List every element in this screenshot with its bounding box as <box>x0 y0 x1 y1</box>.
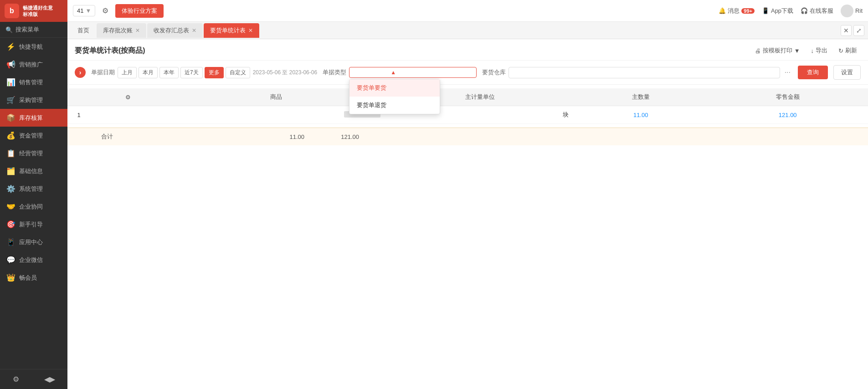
settings-button[interactable]: 设置 <box>833 65 861 80</box>
marketing-icon: 📢 <box>6 60 15 69</box>
guide-icon: 🎯 <box>6 220 15 229</box>
collapse-footer-btn[interactable]: ◀▶ <box>41 373 59 385</box>
amount-link[interactable]: 121.00 <box>779 112 797 118</box>
main-area: 41 ▼ ⚙ 体验行业方案 🔔 消息 99+ 📱 App下载 🎧 在线客服 <box>67 0 868 389</box>
topbar-left: 41 ▼ ⚙ 体验行业方案 <box>73 4 715 18</box>
dropdown-item-order[interactable]: 要货单要货 <box>349 79 440 97</box>
warehouse-more-btn[interactable]: ··· <box>783 68 792 77</box>
sidebar-item-label: 基础信息 <box>19 167 43 175</box>
sidebar-item-label: 营销推广 <box>19 61 43 69</box>
table-row: 1 块 11.00 121.00 <box>67 106 868 124</box>
close-all-tabs-btn[interactable]: ✕ <box>841 25 852 36</box>
dropdown-item-return[interactable]: 要货单退货 <box>349 97 440 114</box>
avatar <box>841 5 853 17</box>
type-dropdown: 要货单要货 要货单退货 <box>349 79 440 114</box>
home-tab-label: 首页 <box>77 26 89 35</box>
sidebar-item-label: 采购管理 <box>19 96 43 104</box>
app-download-btn[interactable]: 📱 App下载 <box>762 7 793 15</box>
warehouse-filter-label: 要货仓库 <box>482 68 506 77</box>
table-body: 1 块 11.00 121.00 <box>67 106 868 124</box>
more-btn[interactable]: 更多 <box>205 67 224 78</box>
printer-icon: 🖨 <box>755 47 761 54</box>
page-title: 要货单统计表(按商品) <box>75 46 145 56</box>
sales-icon: 📊 <box>6 78 15 87</box>
sidebar-item-guide[interactable]: 🎯 新手引导 <box>0 215 67 233</box>
col-qty: 主数量 <box>574 88 707 106</box>
warehouse-input[interactable] <box>508 67 780 78</box>
date-filter-group: 单据日期 上月 本月 本年 近7天 更多 自定义 2023-05-06 至 20… <box>91 67 317 78</box>
quick-nav-icon: ⚡ <box>6 42 15 51</box>
store-selector[interactable]: 41 ▼ <box>73 5 95 16</box>
sidebar-item-operations[interactable]: 📋 经营管理 <box>0 144 67 162</box>
sidebar-nav: ⚡ 快捷导航 📢 营销推广 📊 销售管理 🛒 采购管理 📦 库存核算 💰 资金管… <box>0 38 67 369</box>
tab-batch-account[interactable]: 库存批次账 ✕ <box>97 23 146 38</box>
export-icon: ↓ <box>811 47 814 54</box>
sidebar-item-label: 系统管理 <box>19 185 43 193</box>
type-filter-label: 单据类型 <box>323 68 346 77</box>
col-gear[interactable]: ⚙ <box>90 88 166 106</box>
sidebar-item-basic[interactable]: 🗂️ 基础信息 <box>0 162 67 180</box>
user-menu[interactable]: Rit <box>841 5 863 17</box>
col-amount: 零售金额 <box>707 88 868 106</box>
sidebar-search[interactable]: 🔍 搜索菜单 <box>0 22 67 38</box>
tab-receive-summary[interactable]: 收发存汇总表 ✕ <box>147 23 203 38</box>
refresh-btn[interactable]: ↻ 刷新 <box>835 45 861 56</box>
sidebar-item-marketing[interactable]: 📢 营销推广 <box>0 56 67 73</box>
sidebar-item-sales[interactable]: 📊 销售管理 <box>0 73 67 91</box>
this-month-btn[interactable]: 本月 <box>139 67 158 78</box>
tab-close-order[interactable]: ✕ <box>248 28 253 33</box>
app-name: 畅捷通好生意标准版 <box>23 5 53 18</box>
type-select-box[interactable]: ▲ <box>349 67 477 78</box>
last-7-days-btn[interactable]: 近7天 <box>180 67 203 78</box>
table-header-row: ⚙ 商品 主计量单位 主数量 零售金额 <box>67 88 868 106</box>
messages-btn[interactable]: 🔔 消息 99+ <box>719 7 755 15</box>
query-button[interactable]: 查询 <box>798 66 828 79</box>
sidebar-item-finance[interactable]: 💰 资金管理 <box>0 127 67 144</box>
sidebar-item-apps[interactable]: 📱 应用中心 <box>0 233 67 251</box>
sidebar-item-membership[interactable]: 👑 畅会员 <box>0 269 67 287</box>
warehouse-filter-group: 要货仓库 ··· <box>482 67 792 78</box>
inventory-icon: 📦 <box>6 113 15 122</box>
sidebar-item-label: 经营管理 <box>19 149 43 158</box>
sidebar-item-inventory[interactable]: 📦 库存核算 <box>0 109 67 127</box>
sidebar-item-label: 资金管理 <box>19 132 43 140</box>
system-icon: ⚙️ <box>6 184 15 193</box>
expand-tabs-btn[interactable]: ⤢ <box>853 25 864 36</box>
sidebar-item-wechat[interactable]: 💬 企业微信 <box>0 251 67 269</box>
trial-button[interactable]: 体验行业方案 <box>115 4 164 18</box>
page-header: 要货单统计表(按商品) 🖨 按模板打印 ▼ ↓ 导出 ↻ 刷新 <box>67 39 868 61</box>
settings-footer-btn[interactable]: ⚙ <box>9 373 23 385</box>
last-month-btn[interactable]: 上月 <box>118 67 137 78</box>
filter-expand-btn[interactable]: › <box>75 67 86 78</box>
custom-btn[interactable]: 自定义 <box>226 67 250 78</box>
tab-close-receive[interactable]: ✕ <box>192 28 196 33</box>
sidebar-item-system[interactable]: ⚙️ 系统管理 <box>0 180 67 198</box>
online-service-btn[interactable]: 🎧 在线客服 <box>801 7 833 15</box>
data-table: ⚙ 商品 主计量单位 主数量 零售金额 1 <box>67 88 868 124</box>
topbar-gear-btn[interactable]: ⚙ <box>99 5 112 17</box>
tab-home[interactable]: 首页 <box>71 23 96 38</box>
headset-icon: 🎧 <box>801 7 808 14</box>
print-template-btn[interactable]: 🖨 按模板打印 ▼ <box>751 45 804 56</box>
tab-order-stats[interactable]: 要货单统计表 ✕ <box>204 23 259 38</box>
sidebar-item-cooperation[interactable]: 🤝 企业协同 <box>0 198 67 215</box>
this-year-btn[interactable]: 本年 <box>159 67 179 78</box>
table-gear-icon[interactable]: ⚙ <box>125 94 131 101</box>
table-footer: 合计 11.00 121.00 <box>67 128 868 145</box>
app-download-label: App下载 <box>771 7 793 15</box>
cell-amount: 121.00 <box>707 106 868 124</box>
store-name: 41 <box>77 7 83 14</box>
sidebar-item-purchase[interactable]: 🛒 采购管理 <box>0 91 67 109</box>
col-seq <box>67 88 90 106</box>
export-label: 导出 <box>816 46 827 55</box>
search-icon: 🔍 <box>5 26 13 33</box>
purchase-icon: 🛒 <box>6 96 15 104</box>
page-actions: 🖨 按模板打印 ▼ ↓ 导出 ↻ 刷新 <box>751 45 861 56</box>
sidebar-item-label: 新手引导 <box>19 220 43 229</box>
export-btn[interactable]: ↓ 导出 <box>807 45 832 56</box>
tab-close-batch[interactable]: ✕ <box>135 28 140 33</box>
qty-link[interactable]: 11.00 <box>633 112 648 118</box>
date-range-text: 2023-05-06 至 2023-06-06 <box>253 69 317 77</box>
sidebar-item-quick-nav[interactable]: ⚡ 快捷导航 <box>0 38 67 56</box>
cell-qty: 11.00 <box>574 106 707 124</box>
